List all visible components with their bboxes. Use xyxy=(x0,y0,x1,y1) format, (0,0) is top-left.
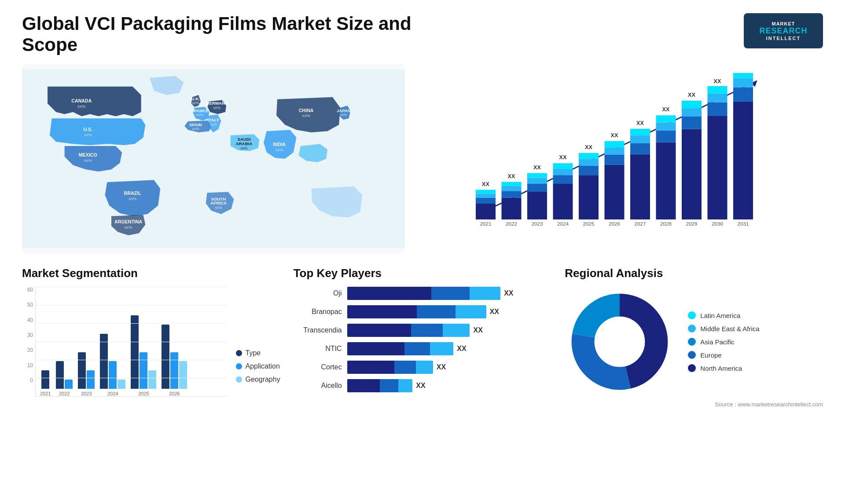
player-name-oji: Oji xyxy=(294,289,342,297)
header: Global VCI Packaging Films Market Size a… xyxy=(22,13,823,55)
svg-text:AFRICA: AFRICA xyxy=(210,201,227,205)
svg-rect-47 xyxy=(527,192,547,219)
svg-rect-83 xyxy=(682,129,702,219)
player-row-oji: Oji XX xyxy=(294,287,552,300)
svg-rect-68 xyxy=(605,141,625,147)
svg-text:2031: 2031 xyxy=(737,221,749,226)
svg-rect-80 xyxy=(656,115,676,122)
map-svg: CANADA xx% U.S. xx% MEXICO xx% BRAZIL xx… xyxy=(22,64,405,253)
player-row-branopac: Branopac XX xyxy=(294,305,552,318)
svg-text:2025: 2025 xyxy=(583,221,595,226)
player-name-aicello: Aicello xyxy=(294,382,342,390)
legend-dot-geography xyxy=(236,376,242,383)
svg-text:XX: XX xyxy=(714,78,721,84)
svg-text:XX: XX xyxy=(559,154,567,161)
svg-rect-91 xyxy=(708,94,727,102)
player-xx-cortec: XX xyxy=(437,363,446,371)
legend-geography: Geography xyxy=(236,376,280,383)
regional-section: Regional Analysis xyxy=(565,267,823,434)
svg-rect-90 xyxy=(708,102,727,116)
svg-rect-62 xyxy=(579,153,599,159)
svg-text:xx%: xx% xyxy=(192,127,199,131)
svg-text:xx%: xx% xyxy=(276,147,284,152)
legend-dot-application xyxy=(236,363,242,369)
player-name-transcendia: Transcendia xyxy=(294,326,342,334)
legend-label-asia: Asia Pacific xyxy=(700,338,735,346)
svg-rect-42 xyxy=(502,191,522,197)
svg-text:ARGENTINA: ARGENTINA xyxy=(114,219,142,224)
top-row: CANADA xx% U.S. xx% MEXICO xx% BRAZIL xx… xyxy=(22,64,823,253)
svg-rect-35 xyxy=(476,204,496,219)
svg-rect-73 xyxy=(630,135,650,143)
svg-text:ITALY: ITALY xyxy=(208,117,220,122)
legend-color-latin-america xyxy=(688,311,696,319)
player-row-cortec: Cortec XX xyxy=(294,361,552,374)
svg-text:MEXICO: MEXICO xyxy=(79,152,97,157)
player-bar-aicello: XX xyxy=(347,379,552,392)
regional-legend: Latin America Middle East & Africa Asia … xyxy=(688,311,759,372)
page-container: Global VCI Packaging Films Market Size a… xyxy=(0,0,845,504)
svg-rect-36 xyxy=(476,198,496,204)
svg-rect-92 xyxy=(708,86,727,94)
player-name-cortec: Cortec xyxy=(294,363,342,371)
player-row-transcendia: Transcendia XX xyxy=(294,324,552,337)
svg-rect-71 xyxy=(630,154,650,220)
player-name-ntic: NTIC xyxy=(294,345,342,353)
svg-rect-53 xyxy=(553,184,573,219)
bottom-row: Market Segmentation 60 50 40 30 20 10 0 xyxy=(22,267,823,434)
legend-label-north-america: North America xyxy=(700,365,742,372)
svg-text:xx%: xx% xyxy=(302,113,311,118)
svg-rect-56 xyxy=(553,163,573,169)
svg-text:XX: XX xyxy=(611,132,618,139)
svg-text:xx%: xx% xyxy=(192,101,199,105)
legend-color-asia xyxy=(688,338,696,346)
player-bar-branopac: XX xyxy=(347,305,552,318)
legend-north-america: North America xyxy=(688,364,759,372)
legend-type: Type xyxy=(236,349,280,357)
players-bars: Oji XX Branopac xyxy=(294,287,552,392)
svg-text:2026: 2026 xyxy=(609,221,620,226)
players-section: Top Key Players Oji XX xyxy=(294,267,552,434)
player-bar-oji: XX xyxy=(347,287,552,300)
logo-line3: INTELLECT xyxy=(766,36,801,41)
svg-text:XX: XX xyxy=(636,120,644,126)
logo: MARKET RESEARCH INTELLECT xyxy=(744,13,823,48)
segmentation-title: Market Segmentation xyxy=(22,267,280,280)
svg-rect-96 xyxy=(733,87,753,101)
svg-text:xx%: xx% xyxy=(129,196,137,201)
svg-rect-85 xyxy=(682,108,702,117)
svg-text:xx%: xx% xyxy=(210,122,217,127)
legend-label-latin-america: Latin America xyxy=(700,312,740,319)
legend-application: Application xyxy=(236,362,280,370)
player-xx-branopac: XX xyxy=(490,308,499,316)
svg-text:2027: 2027 xyxy=(634,221,646,226)
svg-rect-74 xyxy=(630,129,650,135)
source-text: Source : www.marketresearchintellect.com xyxy=(565,401,823,408)
legend-label-mea: Middle East & Africa xyxy=(700,325,759,332)
svg-rect-89 xyxy=(708,116,727,219)
svg-rect-86 xyxy=(682,101,702,108)
svg-text:xx%: xx% xyxy=(84,132,92,137)
svg-rect-49 xyxy=(527,178,547,184)
svg-text:2023: 2023 xyxy=(531,221,543,226)
page-title: Global VCI Packaging Films Market Size a… xyxy=(22,13,418,55)
bar-chart: XX 2021 XX 2022 XX 2023 xyxy=(414,64,823,253)
bar-chart-svg: XX 2021 XX 2022 XX 2023 xyxy=(427,73,810,231)
svg-rect-48 xyxy=(527,184,547,192)
legend-dot-type xyxy=(236,350,242,356)
svg-rect-67 xyxy=(605,147,625,154)
svg-text:SPAIN: SPAIN xyxy=(189,122,202,127)
svg-text:xx%: xx% xyxy=(240,146,248,150)
svg-rect-37 xyxy=(476,194,496,198)
legend-color-mea xyxy=(688,325,696,332)
logo-line2: RESEARCH xyxy=(759,26,807,36)
legend-color-north-america xyxy=(688,364,696,372)
svg-text:GERMANY: GERMANY xyxy=(206,101,228,106)
svg-text:2030: 2030 xyxy=(712,221,724,226)
svg-text:2028: 2028 xyxy=(660,221,672,226)
svg-text:2022: 2022 xyxy=(506,221,517,226)
logo-line1: MARKET xyxy=(772,21,795,26)
svg-rect-98 xyxy=(733,73,753,78)
player-bar-ntic: XX xyxy=(347,342,552,355)
svg-rect-38 xyxy=(476,190,496,194)
